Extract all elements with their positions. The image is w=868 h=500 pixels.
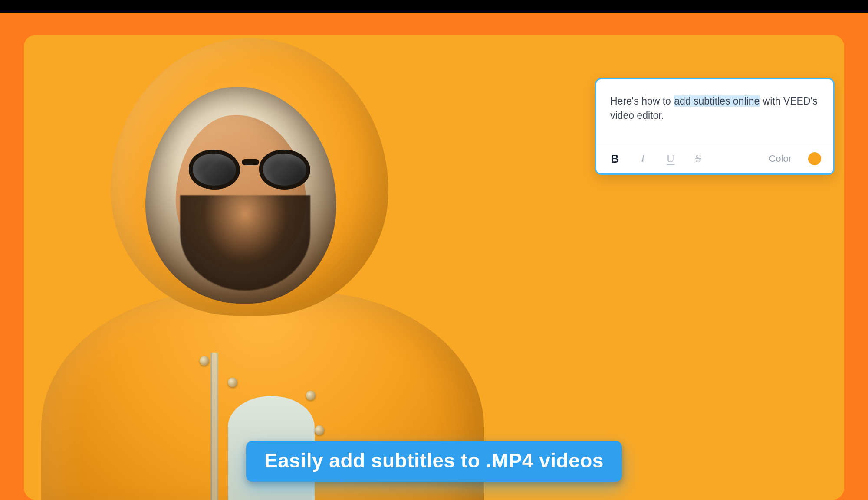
- italic-button[interactable]: I: [636, 152, 649, 165]
- strikethrough-button[interactable]: S: [692, 152, 705, 165]
- editor-text-highlighted: add subtitles online: [674, 95, 760, 107]
- color-picker-swatch[interactable]: [808, 152, 821, 165]
- video-canvas: Here's how to add subtitles online with …: [24, 35, 844, 500]
- bold-button[interactable]: B: [608, 152, 621, 166]
- video-caption-bar[interactable]: Easily add subtitles to .MP4 videos: [246, 441, 622, 482]
- subtitle-text-editor[interactable]: Here's how to add subtitles online with …: [595, 78, 835, 175]
- sunglasses-icon: [189, 150, 310, 191]
- person-illustration: [46, 35, 471, 500]
- subtitle-text-content[interactable]: Here's how to add subtitles online with …: [596, 79, 833, 145]
- color-label: Color: [769, 153, 792, 164]
- window-top-bar: [0, 0, 868, 13]
- editor-text-before: Here's how to: [610, 95, 674, 107]
- text-format-toolbar: B I U S Color: [596, 145, 833, 173]
- underline-button[interactable]: U: [664, 152, 677, 165]
- page-background: Here's how to add subtitles online with …: [0, 13, 868, 500]
